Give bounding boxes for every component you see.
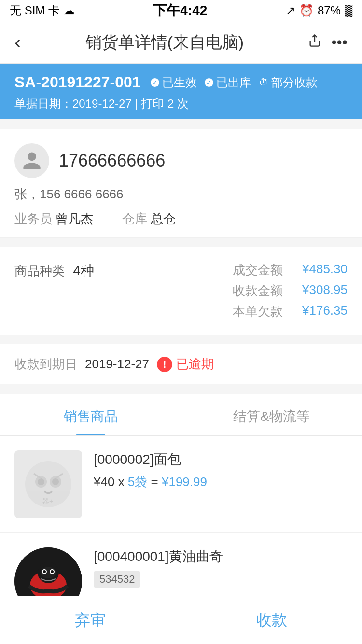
confirm-button[interactable]: 收款 <box>181 600 362 641</box>
customer-details: 业务员 曾凡杰 仓库 总仓 <box>14 210 348 227</box>
back-button[interactable]: ‹ <box>14 31 21 53</box>
customer-id: 17666666666 <box>59 151 165 171</box>
status-active-label: 已生效 <box>162 75 197 90</box>
customer-name: 张，156 6666 6666 <box>14 186 348 203</box>
check-icon-shipped: ✓ <box>205 78 213 87</box>
product-badge-2: 534532 <box>94 571 140 588</box>
alarm-icon: ⏰ <box>299 4 314 17</box>
due-date-section: 收款到期日 2019-12-27 ! 已逾期 <box>0 344 362 384</box>
product-name-1: [0000002]面包 <box>94 450 348 469</box>
svg-point-13 <box>51 570 54 573</box>
due-date-value: 2019-12-27 <box>85 357 149 372</box>
status-tags: ✓ 已生效 ✓ 已出库 ⏱ 部分收款 <box>151 75 318 90</box>
nav-left: ‹ <box>14 31 21 53</box>
svg-point-3 <box>38 478 44 485</box>
customer-top: 17666666666 <box>14 143 348 178</box>
status-partial-label: 部分收款 <box>271 75 318 90</box>
customer-section: 17666666666 张，156 6666 6666 业务员 曾凡杰 仓库 总… <box>0 129 362 238</box>
svg-text:器+: 器+ <box>42 497 53 505</box>
deal-amount: 成交金额 ¥485.30 <box>233 262 348 279</box>
amounts: 成交金额 ¥485.30 收款金额 ¥308.95 本单欠款 ¥176.35 <box>233 262 348 320</box>
deal-amount-label: 成交金额 <box>233 262 283 279</box>
owl-image: 器+ <box>24 460 72 508</box>
status-right: ↗ ⏰ 87% ▓ <box>286 4 352 17</box>
product-thumb-1: 器+ <box>14 450 82 518</box>
nav-bar: ‹ 销货单详情(来自电脑) ••• <box>0 21 362 64</box>
price-base-1: ¥40 <box>94 475 114 489</box>
svg-point-4 <box>52 478 59 485</box>
status-active: ✓ 已生效 <box>151 75 197 90</box>
status-shipped: ✓ 已出库 <box>205 75 251 90</box>
warehouse-label: 仓库 <box>122 211 147 226</box>
price-equals-1: = <box>151 475 162 489</box>
product-types: 商品种类 4种 <box>14 262 94 280</box>
tabs-row: 销售商品 结算&物流等 <box>0 394 362 436</box>
product-types-value: 4种 <box>73 263 94 278</box>
received-amount-value: ¥308.95 <box>302 282 348 299</box>
svg-point-12 <box>43 570 46 573</box>
nav-right: ••• <box>308 33 348 51</box>
battery-status: 87% <box>318 4 341 17</box>
price-qty-1: 5袋 <box>128 475 147 489</box>
check-icon-active: ✓ <box>151 78 159 87</box>
cancel-button[interactable]: 弃审 <box>0 600 181 641</box>
product-types-label: 商品种类 <box>14 264 65 278</box>
tabs-section: 销售商品 结算&物流等 器+ [0000002]面包 <box>0 394 362 630</box>
tab-settlement[interactable]: 结算&物流等 <box>181 394 362 435</box>
tab-products[interactable]: 销售商品 <box>0 394 181 435</box>
product-item: 器+ [0000002]面包 ¥40 x 5袋 = ¥199.99 <box>0 436 362 533</box>
owed-amount-value: ¥176.35 <box>302 303 348 320</box>
status-time: 下午4:42 <box>153 1 207 20</box>
banner-top: SA-20191227-001 ✓ 已生效 ✓ 已出库 ⏱ 部分收款 <box>14 73 348 91</box>
order-number: SA-20191227-001 <box>14 73 141 91</box>
deal-amount-value: ¥485.30 <box>302 262 348 279</box>
due-date-label: 收款到期日 <box>14 356 77 373</box>
share-button[interactable] <box>308 34 321 51</box>
user-icon <box>21 150 42 171</box>
page-title: 销货单详情(来自电脑) <box>85 31 244 54</box>
received-amount-label: 收款金额 <box>233 282 283 299</box>
product-name-2: [000400001]黄油曲奇 <box>94 547 348 566</box>
sim-status: 无 SIM 卡 ☁ <box>10 3 75 18</box>
header-banner: SA-20191227-001 ✓ 已生效 ✓ 已出库 ⏱ 部分收款 单据日期：… <box>0 64 362 119</box>
status-shipped-label: 已出库 <box>216 75 251 90</box>
salesperson-value: 曾凡杰 <box>56 211 93 226</box>
price-multiply-1: x <box>118 475 128 489</box>
warehouse-info: 仓库 总仓 <box>122 210 176 227</box>
status-left: 无 SIM 卡 ☁ <box>10 3 75 18</box>
stats-row: 商品种类 4种 成交金额 ¥485.30 收款金额 ¥308.95 本单欠款 ¥… <box>14 262 348 320</box>
more-button[interactable]: ••• <box>331 33 348 51</box>
customer-info: 17666666666 张，156 6666 6666 业务员 曾凡杰 仓库 总… <box>0 129 362 238</box>
overdue-text: 已逾期 <box>176 356 214 373</box>
received-amount: 收款金额 ¥308.95 <box>233 282 348 299</box>
product-info-1: [0000002]面包 ¥40 x 5袋 = ¥199.99 <box>94 450 348 518</box>
owed-amount-label: 本单欠款 <box>233 303 283 320</box>
product-price-1: ¥40 x 5袋 = ¥199.99 <box>94 474 348 490</box>
salesperson-label: 业务员 <box>14 211 52 226</box>
warehouse-value: 总仓 <box>151 211 176 226</box>
clock-icon: ⏱ <box>259 77 268 88</box>
price-total-1: ¥199.99 <box>162 475 207 489</box>
bottom-bar: 弃审 收款 <box>0 596 362 644</box>
salesperson-info: 业务员 曾凡杰 <box>14 210 93 227</box>
overdue-icon: ! <box>157 357 172 372</box>
location-icon: ↗ <box>286 4 295 17</box>
avatar <box>14 143 49 178</box>
overdue-badge: ! 已逾期 <box>157 356 214 373</box>
battery-icon: ▓ <box>345 4 352 17</box>
stats-section: 商品种类 4种 成交金额 ¥485.30 收款金额 ¥308.95 本单欠款 ¥… <box>0 247 362 335</box>
banner-date-info: 单据日期：2019-12-27 | 打印 2 次 <box>14 96 348 112</box>
owed-amount: 本单欠款 ¥176.35 <box>233 303 348 320</box>
status-partial: ⏱ 部分收款 <box>259 75 318 90</box>
status-bar: 无 SIM 卡 ☁ 下午4:42 ↗ ⏰ 87% ▓ <box>0 0 362 21</box>
